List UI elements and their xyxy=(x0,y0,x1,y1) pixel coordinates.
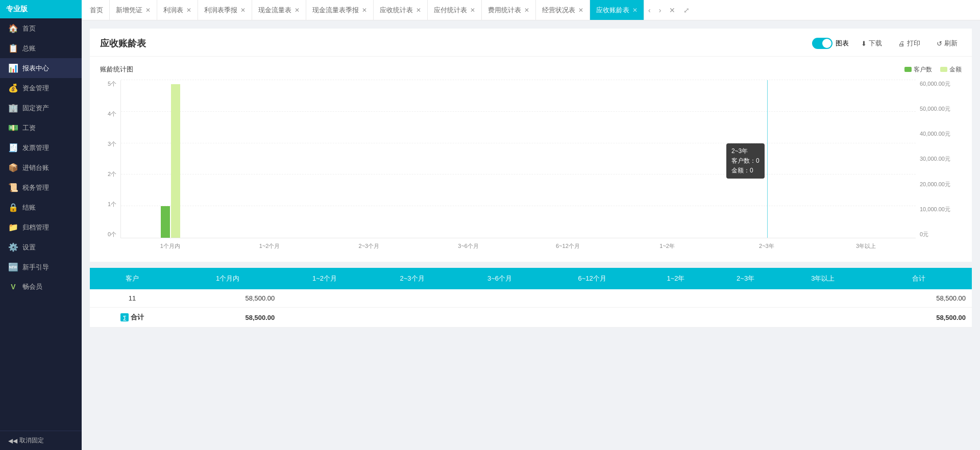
y-axis-left: 5个 4个 3个 2个 1个 0个 xyxy=(100,80,120,238)
close-tab-operations[interactable]: ✕ xyxy=(578,7,583,14)
cursor-line xyxy=(767,80,768,238)
sidebar-item-home[interactable]: 🏠 首页 xyxy=(0,18,82,38)
closing-icon: 🔒 xyxy=(8,203,18,212)
y-left-1: 1个 xyxy=(108,201,116,208)
sidebar-item-inventory[interactable]: 📦 进销台账 xyxy=(0,158,82,178)
invoice-icon: 🧾 xyxy=(8,143,18,153)
sidebar-item-guide[interactable]: 🆕 新手引导 xyxy=(0,257,82,277)
sidebar-item-assets[interactable]: 🏢 固定资产 xyxy=(0,98,82,118)
table-total-row: ∑ 合计 58,500.00 58,500.00 xyxy=(90,308,972,328)
tab-expense-stats[interactable]: 费用统计表 ✕ xyxy=(482,0,536,20)
close-tab-voucher[interactable]: ✕ xyxy=(145,7,151,14)
sidebar-item-salary[interactable]: 💵 工资 xyxy=(0,118,82,138)
tab-operations[interactable]: 经营状况表 ✕ xyxy=(536,0,590,20)
bar-amount-0 xyxy=(171,84,180,238)
close-tab-cashflow-quarter[interactable]: ✕ xyxy=(362,7,367,14)
tab-ap-stats[interactable]: 应付统计表 ✕ xyxy=(428,0,482,20)
col-m1: 1个月内 xyxy=(175,268,281,289)
tab-prev-btn[interactable]: ‹ xyxy=(644,0,655,20)
sidebar-collapse[interactable]: ◀◀ 取消固定 xyxy=(0,431,82,450)
sidebar-item-tax[interactable]: 📜 税务管理 xyxy=(0,178,82,197)
total-m23 xyxy=(369,308,456,328)
salary-icon: 💵 xyxy=(8,123,18,133)
total-m612 xyxy=(544,308,641,328)
tab-expand-btn[interactable]: ⤢ xyxy=(679,0,694,20)
x-axis-labels: 1个月内 1~2个月 2~3个月 3~6个月 6~12个月 1~2年 2~3年 … xyxy=(120,238,916,254)
close-tab-ar-aging[interactable]: ✕ xyxy=(632,7,638,14)
sidebar-item-funds[interactable]: 💰 资金管理 xyxy=(0,78,82,98)
chart-header: 账龄统计图 客户数 金额 xyxy=(100,65,962,74)
tab-cashflow[interactable]: 现金流量表 ✕ xyxy=(252,0,306,20)
tab-home[interactable]: 首页 xyxy=(84,0,110,20)
close-tab-profit-quarter[interactable]: ✕ xyxy=(240,7,246,14)
tab-next-btn[interactable]: › xyxy=(655,0,666,20)
sidebar-item-invoice[interactable]: 🧾 发票管理 xyxy=(0,138,82,158)
total-y23 xyxy=(710,308,780,328)
tab-profit-quarter[interactable]: 利润表季报 ✕ xyxy=(198,0,252,20)
sidebar-item-closing[interactable]: 🔒 结账 xyxy=(0,197,82,217)
chart-toggle-label: 图表 xyxy=(836,39,849,48)
tab-ar-stats[interactable]: 应收统计表 ✕ xyxy=(374,0,428,20)
total-total: 58,500.00 xyxy=(866,308,972,328)
chart-toggle-switch[interactable] xyxy=(812,38,832,49)
y-right-0: 0元 xyxy=(920,231,928,238)
print-icon: 🖨 xyxy=(898,40,905,47)
x-label-y3plus: 3年以上 xyxy=(816,242,916,250)
cell-m23 xyxy=(369,289,456,308)
sidebar-item-settings[interactable]: ⚙️ 设置 xyxy=(0,237,82,257)
x-label-y12: 1~2年 xyxy=(618,242,717,250)
table-section: 客户 1个月内 1~2个月 2~3个月 3~6个月 6~12个月 1~2年 2~… xyxy=(90,268,972,328)
close-tab-profit[interactable]: ✕ xyxy=(186,7,191,14)
settings-icon: ⚙️ xyxy=(8,242,18,252)
chart-title: 账龄统计图 xyxy=(100,65,133,74)
legend-customers-color xyxy=(904,67,912,72)
chart-toggle-group[interactable]: 图表 xyxy=(812,38,849,49)
cell-y3plus xyxy=(780,289,866,308)
sum-icon: ∑ xyxy=(120,313,129,321)
col-m23: 2~3个月 xyxy=(369,268,456,289)
tab-bar: 首页 新增凭证 ✕ 利润表 ✕ 利润表季报 ✕ 现金流量表 ✕ 现金流量表季报 … xyxy=(82,0,980,20)
close-tab-cashflow[interactable]: ✕ xyxy=(295,7,300,14)
cell-m612 xyxy=(544,289,641,308)
y-left-4: 4个 xyxy=(108,110,116,118)
y-left-5: 5个 xyxy=(108,80,116,88)
y-right-30k: 30,000.00元 xyxy=(920,155,950,163)
legend-amount: 金额 xyxy=(940,65,962,74)
y-right-10k: 10,000.00元 xyxy=(920,206,950,213)
col-customer: 客户 xyxy=(90,268,175,289)
tab-cashflow-quarter[interactable]: 现金流量表季报 ✕ xyxy=(306,0,374,20)
content-area: 应收账龄表 图表 ⬇ 下载 🖨 打印 ↺ 刷新 xyxy=(82,20,980,450)
legend-customers: 客户数 xyxy=(904,65,932,74)
close-tab-expense-stats[interactable]: ✕ xyxy=(524,7,529,14)
y-left-3: 3个 xyxy=(108,140,116,148)
total-y12 xyxy=(641,308,711,328)
y-right-40k: 40,000.00元 xyxy=(920,130,950,138)
sidebar-item-vip[interactable]: V 畅会员 xyxy=(0,277,82,296)
tab-ar-aging[interactable]: 应收账龄表 ✕ xyxy=(590,0,644,20)
y-left-0: 0个 xyxy=(108,231,116,238)
sidebar-item-ledger[interactable]: 📋 总账 xyxy=(0,38,82,58)
close-tab-ar-stats[interactable]: ✕ xyxy=(416,7,421,14)
close-tab-ap-stats[interactable]: ✕ xyxy=(470,7,475,14)
legend-amount-color xyxy=(940,67,947,72)
total-y3plus xyxy=(780,308,866,328)
chevron-left-icon: ◀◀ xyxy=(8,437,17,444)
refresh-button[interactable]: ↺ 刷新 xyxy=(933,37,962,50)
print-button[interactable]: 🖨 打印 xyxy=(894,37,924,50)
reports-icon: 📊 xyxy=(8,63,18,73)
total-m1: 58,500.00 xyxy=(175,308,281,328)
tab-profit[interactable]: 利润表 ✕ xyxy=(157,0,198,20)
sidebar-item-archive[interactable]: 📁 归档管理 xyxy=(0,217,82,237)
ledger-icon: 📋 xyxy=(8,43,18,53)
ar-aging-table: 客户 1个月内 1~2个月 2~3个月 3~6个月 6~12个月 1~2年 2~… xyxy=(90,268,972,328)
tab-voucher[interactable]: 新增凭证 ✕ xyxy=(110,0,157,20)
cell-y12 xyxy=(641,289,711,308)
home-icon: 🏠 xyxy=(8,23,18,33)
archive-icon: 📁 xyxy=(8,222,18,232)
sidebar-item-reports[interactable]: 📊 报表中心 xyxy=(0,58,82,78)
tab-close-all-btn[interactable]: ✕ xyxy=(665,0,679,20)
tax-icon: 📜 xyxy=(8,183,18,192)
sidebar-logo: 专业版 xyxy=(0,0,82,18)
x-label-m1: 1个月内 xyxy=(120,242,220,250)
download-button[interactable]: ⬇ 下载 xyxy=(857,37,886,50)
